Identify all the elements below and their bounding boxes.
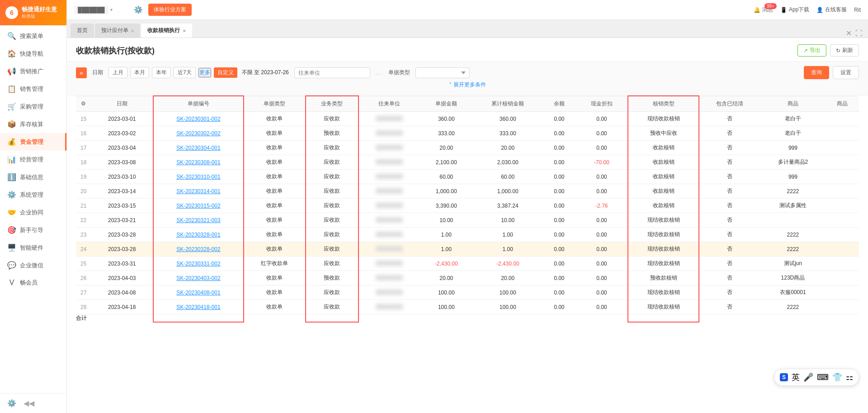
col-included-header: 包含已结清 [699,96,760,112]
tab-collection[interactable]: 收款核销执行 × [141,24,192,38]
table-header-row: ⚙ 日期 单据编号 单据类型 业务类型 往来单位 单据金额 累计核销金额 余额 … [76,96,859,112]
settings-icon[interactable]: ⚙️ [134,5,143,14]
sidebar-item-hardware[interactable]: 🖥️智能硬件 [0,239,66,256]
date-this-year-btn[interactable]: 本年 [152,67,171,78]
sidebar-item-sales[interactable]: 📋销售管理 [0,80,66,98]
sidebar-item-system[interactable]: ⚙️系统管理 [0,186,66,204]
sidebar-item-purchase[interactable]: 🛒采购管理 [0,98,66,115]
footer-discount [576,314,628,323]
row-balance: 0.00 [542,155,576,170]
row-amount: 3,390.00 [420,199,473,213]
tab-prepay-close-icon[interactable]: × [131,28,134,33]
sidebar-item-quicknav[interactable]: 🏠快捷导航 [0,45,66,62]
filter-row: » 日期 上月 本月 本年 近7天 更多 自定义 不限 至 2023-07-26… [76,66,859,79]
row-balance: 0.00 [542,228,576,242]
row-discount: 0.00 [576,256,628,271]
sidebar-item-basic[interactable]: ℹ️基础信息 [0,168,66,186]
doc-no-link[interactable]: SK-20230315-002 [176,203,220,209]
row-num: 27 [76,285,91,300]
partner-input[interactable] [294,67,370,78]
tab-close-all-icon[interactable]: ✕ [846,29,852,38]
doc-no-link[interactable]: SK-20230302-002 [176,130,220,137]
sidebar-item-search[interactable]: 🔍搜索菜单 [0,27,66,45]
doc-no-link[interactable]: SK-20230403-002 [176,275,220,281]
date-last-month-btn[interactable]: 上月 [108,67,127,78]
doc-no-link[interactable]: SK-20230314-001 [176,188,220,195]
tab-expand-icon[interactable]: ⛶ [855,29,863,38]
doc-type-select[interactable] [415,67,470,78]
row-product1: 999 [760,170,826,184]
date-custom-btn[interactable]: 自定义 [214,67,237,78]
refresh-button[interactable]: ↻ 刷新 [830,44,859,57]
row-verifytype: 现结收款核销 [628,285,699,300]
row-included: 否 [699,285,760,300]
row-num: 17 [76,141,91,155]
sidebar-item-finance[interactable]: 💰资金管理 [0,133,66,151]
row-amount: 10.00 [420,213,473,228]
sidebar-item-ops[interactable]: 📊经营管理 [0,151,66,168]
sidebar-item-inventory[interactable]: 📦库存核算 [0,115,66,133]
date-7days-btn[interactable]: 近7天 [174,67,196,78]
input-english-icon[interactable]: 英 [792,372,800,383]
message-button[interactable]: 🔔 消息 99+ [754,6,773,14]
row-num: 22 [76,213,91,228]
tab-home[interactable]: 首页 [71,24,94,38]
row-verifytype: 收款核销 [628,184,699,199]
bottom-settings-icon[interactable]: ⚙️ [7,399,16,408]
row-product2 [826,126,859,141]
row-biztype: 应收款 [306,141,359,155]
sidebar-item-member[interactable]: V畅会员 [0,274,66,291]
table-footer-row: 合计 [76,314,859,323]
row-discount: 0.00 [576,271,628,285]
tab-prepay-label: 预计应付单 [101,27,128,34]
theme-icon[interactable]: 👕 [832,372,842,382]
tab-prepay[interactable]: 预计应付单 × [95,24,140,38]
export-button[interactable]: ↗ 导出 [797,44,826,57]
table-row: 22 2023-03-21 SK-20230321-003 收款单 应收款 10… [76,213,859,228]
doc-no-link[interactable]: SK-20230328-002 [176,246,220,252]
footer-verifytype [628,314,699,323]
ops-icon: 📊 [7,155,16,164]
sidebar-item-label: 库存核算 [20,120,43,128]
bottom-collapse-icon[interactable]: ◀◀ [24,399,34,408]
expand-more-button[interactable]: ˅ 展开更多条件 [449,81,486,89]
col-discount-header: 现金折扣 [576,96,628,112]
sidebar-item-label: 企业协同 [20,209,43,217]
sidebar-item-wechat[interactable]: 💬企业微信 [0,256,66,274]
partner-blurred [376,159,403,165]
keyboard-icon[interactable]: ⌨ [817,372,829,382]
date-more-btn[interactable]: 更多 [198,68,211,77]
doc-no-link[interactable]: SK-20230331-002 [176,261,220,267]
doc-no-link[interactable]: SK-20230308-001 [176,159,220,166]
query-button[interactable]: 查询 [804,66,829,79]
microphone-icon[interactable]: 🎤 [803,372,813,382]
date-this-month-btn[interactable]: 本月 [130,67,149,78]
customer-service-button[interactable]: 👤 在线客服 [816,6,847,14]
sidebar-item-marketing[interactable]: 📢营销推广 [0,62,66,80]
row-date: 2023-03-28 [91,242,153,256]
col-biztype-header: 业务类型 [306,96,359,112]
doc-no-link[interactable]: SK-20230408-001 [176,290,220,296]
filter-settings-button[interactable]: 设置 [833,66,859,79]
doc-no-link[interactable]: SK-20230321-003 [176,217,220,223]
workspace-selector[interactable]: ███████ ▾ [74,6,128,14]
doc-no-link[interactable]: SK-20230304-001 [176,145,220,151]
sidebar-item-collab[interactable]: 🤝企业协同 [0,204,66,221]
date-range-display: 不限 至 2023-07-26 [242,69,289,76]
doc-no-link[interactable]: SK-20230418-001 [176,304,220,310]
more-icon[interactable]: ⚏ [846,372,853,382]
row-biztype: 应收款 [306,199,359,213]
system-icon: ⚙️ [7,190,16,199]
filter-expand-button[interactable]: » [76,67,87,78]
app-download-button[interactable]: 📱 App下载 [780,6,809,14]
doc-no-link[interactable]: SK-20230301-002 [176,116,220,122]
service-icon: 👤 [816,7,823,13]
doc-no-link[interactable]: SK-20230328-001 [176,232,220,238]
doc-no-link[interactable]: SK-20230310-001 [176,174,220,180]
tab-collection-close-icon[interactable]: × [183,28,185,33]
home-icon: 🏠 [7,49,16,58]
sidebar-item-guide[interactable]: 🎯新手引导 [0,221,66,239]
row-num: 24 [76,242,91,256]
solution-button[interactable]: 体验行业方案 [148,4,192,16]
user-name: Rit [854,7,861,13]
